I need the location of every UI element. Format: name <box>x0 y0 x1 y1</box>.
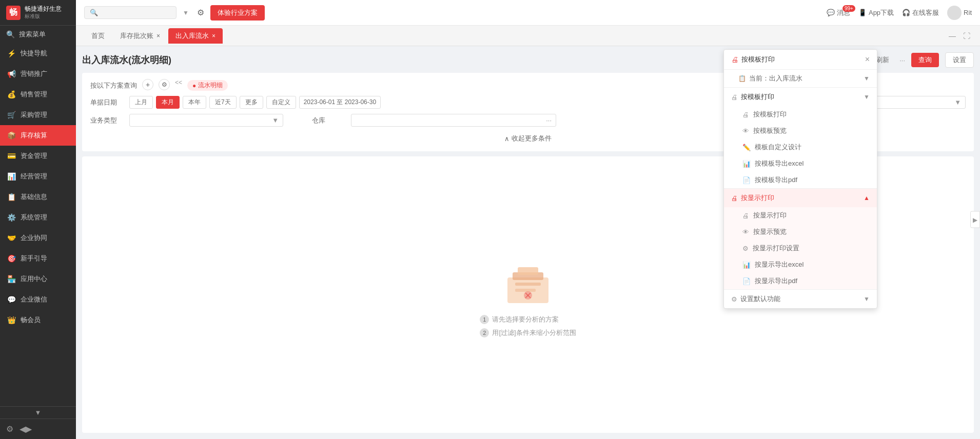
dropdown-header: 🖨 按模板打印 × <box>724 50 877 70</box>
sidebar-item-collab[interactable]: 🤝 企业协同 <box>0 228 76 248</box>
filter-date-last-month[interactable]: 上月 <box>129 96 153 109</box>
display-settings-icon: ⚙ <box>742 245 749 252</box>
topbar-search-box[interactable]: 🔍 <box>84 6 177 19</box>
tab-flow[interactable]: 出入库流水 × <box>168 28 223 44</box>
topbar-chevron-icon[interactable]: ▼ <box>183 9 189 16</box>
filter-warehouse-field[interactable] <box>356 116 546 124</box>
tab-batch-account-label: 库存批次账 <box>120 31 153 41</box>
filter-date-more[interactable]: 更多 <box>240 96 263 109</box>
tab-batch-account-close[interactable]: × <box>156 32 160 39</box>
filter-date-this-year[interactable]: 本年 <box>183 96 206 109</box>
tab-home[interactable]: 首页 <box>84 28 112 44</box>
filter-type-chevron: ▼ <box>954 98 961 106</box>
template-pdf-item[interactable]: 📄 按模板导出pdf <box>724 172 877 188</box>
template-items: 🖨 按模板打印 👁 按模板预览 ✏️ 模板自定义设计 📊 按模板导出excel <box>724 106 877 188</box>
print-dropdown-panel: 🖨 按模板打印 × 📋 当前：出入库流水 ▼ 🖨 按模板打印 <box>723 49 877 309</box>
trial-button[interactable]: 体验行业方案 <box>210 5 265 21</box>
template-print-label: 按模板打印 <box>753 110 787 119</box>
dropdown-current[interactable]: 📋 当前：出入库流水 ▼ <box>724 70 877 88</box>
display-excel-item[interactable]: 📊 按显示导出excel <box>724 256 877 273</box>
template-section-header[interactable]: 🖨 按模板打印 ▼ <box>724 88 877 106</box>
sidebar-item-wechat[interactable]: 💬 企业微信 <box>0 289 76 310</box>
sidebar-item-system[interactable]: ⚙️ 系统管理 <box>0 207 76 228</box>
sidebar-item-sales[interactable]: 💰 销售管理 <box>0 84 76 105</box>
sidebar-search-menu[interactable]: 🔍 搜索菜单 <box>0 26 76 43</box>
topbar-gear-icon[interactable]: ⚙ <box>197 8 204 17</box>
refresh-label: 刷新 <box>876 55 889 65</box>
filter-date-7days[interactable]: 近7天 <box>209 96 237 109</box>
operation-icon: 📊 <box>6 171 16 182</box>
online-service-btn[interactable]: 🎧 在线客服 <box>902 8 939 17</box>
display-section-header[interactable]: 🖨 按显示打印 ▲ <box>724 189 877 207</box>
wechat-icon: 💬 <box>6 294 16 305</box>
template-excel-item[interactable]: 📊 按模板导出excel <box>724 155 877 172</box>
settings-icon[interactable]: ⚙ <box>6 424 13 434</box>
display-print-settings-item[interactable]: ⚙ 按显示打印设置 <box>724 240 877 256</box>
tip-num-1: 1 <box>480 315 489 324</box>
filter-collapse-btn[interactable]: << <box>175 79 182 86</box>
sidebar-item-quick-nav[interactable]: ⚡ 快捷导航 <box>0 43 76 64</box>
app-download-btn[interactable]: 📱 App下载 <box>858 8 894 17</box>
sidebar-item-purchase[interactable]: 🛒 采购管理 <box>0 105 76 125</box>
query-button[interactable]: 查询 <box>911 53 939 67</box>
marketing-icon: 📢 <box>6 69 16 79</box>
sidebar-item-basic[interactable]: 📋 基础信息 <box>0 187 76 207</box>
display-print-label: 按显示打印 <box>753 211 787 220</box>
settings-button[interactable]: 设置 <box>945 52 974 68</box>
side-collapse-btn[interactable]: ▶ <box>970 211 980 228</box>
more-actions-icon[interactable]: ··· <box>899 56 905 64</box>
expand-icon[interactable]: ◀▶ <box>19 424 32 434</box>
filter-date-custom[interactable]: 自定义 <box>266 96 296 109</box>
window-expand-btn[interactable]: ⛶ <box>962 31 972 41</box>
sidebar-item-operation[interactable]: 📊 经营管理 <box>0 166 76 187</box>
search-icon: 🔍 <box>6 30 15 38</box>
filter-warehouse-input[interactable]: ··· <box>351 114 556 127</box>
message-btn[interactable]: 💬 消息 99+ <box>827 8 850 17</box>
page-title: 出入库流水(流水明细) <box>82 54 171 66</box>
sidebar-item-inventory[interactable]: 📦 库存核算 <box>0 125 76 146</box>
display-excel-label: 按显示导出excel <box>755 260 803 269</box>
current-label: 当前：出入库流水 <box>749 74 802 83</box>
footer-settings-icon: ⚙ <box>731 295 737 303</box>
sidebar-logo: 畅 畅捷通好生意 标准版 <box>0 0 76 26</box>
filter-biz-select[interactable]: ▼ <box>129 114 283 127</box>
tab-flow-close[interactable]: × <box>212 32 215 39</box>
collapse-more-label: 收起更多条件 <box>512 134 552 143</box>
sidebar-item-finance[interactable]: 💳 资金管理 <box>0 146 76 166</box>
sidebar-item-marketing[interactable]: 📢 营销推广 <box>0 64 76 84</box>
filter-date-controls: 上月 本月 本年 近7天 更多 自定义 2023-06-01 至 2023-06… <box>129 96 744 109</box>
filter-date-range[interactable]: 2023-06-01 至 2023-06-30 <box>299 96 381 109</box>
sidebar-item-label: 基础信息 <box>21 192 47 202</box>
filter-warehouse-more-icon[interactable]: ··· <box>546 116 552 124</box>
sidebar-scroll-down[interactable]: ▼ <box>0 406 76 418</box>
display-preview-item[interactable]: 👁 按显示预览 <box>724 224 877 240</box>
sidebar-item-label: 新手引导 <box>21 254 47 263</box>
dropdown-close-btn[interactable]: × <box>865 55 870 64</box>
collapse-more-btn[interactable]: ∧ 收起更多条件 <box>498 132 558 145</box>
window-minimize-btn[interactable]: — <box>947 31 957 41</box>
tab-batch-account[interactable]: 库存批次账 × <box>113 28 167 44</box>
user-info[interactable]: Rit <box>947 6 972 20</box>
dropdown-section-template: 🖨 按模板打印 ▼ 🖨 按模板打印 👁 按模板预览 ✏️ <box>724 88 877 189</box>
tip-num-2: 2 <box>480 328 489 337</box>
template-design-item[interactable]: ✏️ 模板自定义设计 <box>724 139 877 155</box>
filter-date-this-month[interactable]: 本月 <box>156 96 180 109</box>
filter-add-btn[interactable]: + <box>142 79 153 90</box>
filter-warehouse-label: 仓库 <box>312 116 343 125</box>
quick-nav-icon: ⚡ <box>6 48 16 58</box>
template-print-item[interactable]: 🖨 按模板打印 <box>724 106 877 123</box>
filter-settings-btn[interactable]: ⚙ <box>159 79 170 90</box>
display-pdf-item[interactable]: 📄 按显示导出pdf <box>724 273 877 289</box>
sidebar-item-member[interactable]: 👑 畅会员 <box>0 310 76 330</box>
dropdown-footer[interactable]: ⚙ 设置默认功能 ▼ <box>724 290 877 308</box>
empty-tips: 1 请先选择要分析的方案 2 用[过滤]条件来缩小分析范围 <box>480 315 576 337</box>
tab-bar: 首页 库存批次账 × 出入库流水 × — ⛶ <box>76 26 980 46</box>
empty-tip-2: 2 用[过滤]条件来缩小分析范围 <box>480 328 576 337</box>
display-print-item[interactable]: 🖨 按显示打印 <box>724 207 877 224</box>
sidebar-item-appstore[interactable]: 🏪 应用中心 <box>0 269 76 289</box>
template-preview-item[interactable]: 👁 按模板预览 <box>724 123 877 139</box>
dropdown-section-display: 🖨 按显示打印 ▲ 🖨 按显示打印 👁 按显示预览 ⚙ <box>724 189 877 290</box>
topbar-search-input[interactable] <box>101 9 163 16</box>
sidebar-item-guide[interactable]: 🎯 新手引导 <box>0 248 76 269</box>
current-arrow: ▼ <box>864 75 870 82</box>
